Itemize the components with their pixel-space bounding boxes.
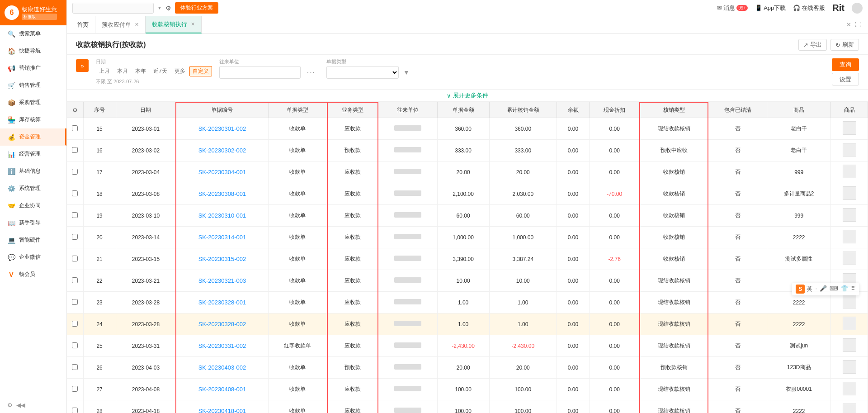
doc-no-link[interactable]: SK-20230328-001 — [198, 299, 246, 306]
refresh-button[interactable]: ↻ 刷新 — [830, 39, 859, 51]
cell-checkbox[interactable] — [67, 140, 83, 161]
cell-checkbox[interactable] — [67, 205, 83, 227]
sidebar-item-search[interactable]: 🔍 搜索菜单 — [0, 25, 66, 43]
cell-checkbox[interactable] — [67, 248, 83, 270]
date-btn-this-month[interactable]: 本月 — [114, 66, 131, 76]
export-button[interactable]: ↗ 导出 — [798, 39, 827, 51]
row-checkbox[interactable] — [72, 234, 78, 240]
cell-checkbox[interactable] — [67, 400, 83, 413]
cell-checkbox[interactable] — [67, 292, 83, 313]
row-checkbox[interactable] — [72, 364, 78, 370]
collapse-icon[interactable]: ◀◀ — [16, 402, 25, 408]
cell-include-cleared: 否 — [708, 292, 767, 313]
tab-expand-icon[interactable]: ⛶ — [855, 21, 861, 28]
cell-doc-no: SK-20230331-002 — [176, 335, 268, 357]
cell-checkbox[interactable] — [67, 183, 83, 205]
row-checkbox[interactable] — [72, 299, 78, 305]
messages-button[interactable]: ✉ 消息 99+ — [717, 4, 748, 12]
tab-collection[interactable]: 收款核销执行 ✕ — [146, 16, 202, 33]
sidebar-item-finance[interactable]: 💰 资金管理 — [0, 128, 66, 146]
counterparty-ellipsis[interactable]: ··· — [303, 68, 319, 76]
sidebar-item-basics[interactable]: ℹ️ 基础信息 — [0, 163, 66, 180]
settings-icon[interactable]: ⚙ — [7, 402, 13, 408]
tab-close-collection[interactable]: ✕ — [191, 21, 195, 27]
date-btn-7days[interactable]: 近7天 — [150, 66, 170, 76]
doc-no-link[interactable]: SK-20230408-001 — [198, 386, 246, 393]
cell-no: 22 — [83, 270, 116, 292]
sidebar-item-enterprise[interactable]: 🤝 企业协同 — [0, 197, 66, 214]
sidebar-item-member[interactable]: V 畅会员 — [0, 266, 66, 283]
row-checkbox[interactable] — [72, 125, 78, 131]
sidebar-item-sales[interactable]: 🛒 销售管理 — [0, 77, 66, 94]
date-btn-more[interactable]: 更多 — [171, 66, 189, 76]
row-checkbox[interactable] — [72, 147, 78, 153]
cell-checkbox[interactable] — [67, 357, 83, 379]
sidebar-item-inventory[interactable]: 🏪 库存核算 — [0, 111, 66, 128]
expand-conditions-button[interactable]: ∨ 展开更多条件 — [447, 91, 488, 100]
breadcrumb-input[interactable] — [72, 3, 154, 14]
row-checkbox[interactable] — [72, 190, 78, 196]
doc-no-link[interactable]: SK-20230331-002 — [198, 342, 246, 349]
row-checkbox[interactable] — [72, 256, 78, 261]
row-checkbox[interactable] — [72, 386, 78, 392]
header-gear-icon[interactable]: ⚙ — [165, 5, 171, 12]
avatar[interactable] — [852, 3, 863, 14]
message-icon: ✉ — [717, 5, 722, 11]
doc-no-link[interactable]: SK-20230418-001 — [198, 408, 246, 413]
doc-no-link[interactable]: SK-20230301-002 — [198, 125, 246, 132]
cell-checkbox[interactable] — [67, 161, 83, 183]
setting-button[interactable]: 设置 — [832, 73, 859, 85]
industry-button[interactable]: 体验行业方案 — [175, 2, 218, 14]
date-btn-last-month[interactable]: 上月 — [96, 66, 113, 76]
row-checkbox[interactable] — [72, 408, 78, 413]
filter-toggle-button[interactable]: » — [76, 59, 89, 72]
row-checkbox[interactable] — [72, 342, 78, 348]
doc-no-link[interactable]: SK-20230328-002 — [198, 321, 246, 328]
row-checkbox[interactable] — [72, 277, 78, 283]
cell-checkbox[interactable] — [67, 313, 83, 335]
cell-checkbox[interactable] — [67, 270, 83, 292]
online-service-button[interactable]: 🎧 在线客服 — [793, 4, 825, 12]
receipt-type-chevron[interactable]: ▼ — [403, 69, 410, 76]
tab-home[interactable]: 首页 — [71, 16, 95, 33]
receipt-type-select[interactable] — [326, 66, 399, 79]
date-btn-custom[interactable]: 自定义 — [189, 66, 212, 76]
row-checkbox[interactable] — [72, 212, 78, 218]
column-setting-icon[interactable]: ⚙ — [72, 107, 78, 114]
doc-no-link[interactable]: SK-20230314-001 — [198, 234, 246, 241]
doc-no-link[interactable]: SK-20230403-002 — [198, 364, 246, 371]
cell-checkbox[interactable] — [67, 227, 83, 248]
sidebar-item-wechat[interactable]: 💬 企业微信 — [0, 249, 66, 266]
query-button[interactable]: 查询 — [832, 58, 859, 71]
doc-no-link[interactable]: SK-20230302-002 — [198, 147, 246, 154]
date-btn-this-year[interactable]: 本年 — [132, 66, 149, 76]
app-download-button[interactable]: 📱 App下载 — [755, 4, 786, 12]
tab-close-all-icon[interactable]: ✕ — [846, 21, 851, 28]
col-setting[interactable]: ⚙ — [67, 102, 83, 118]
sidebar-item-quicknav[interactable]: 🏠 快捷导航 — [0, 43, 66, 60]
cell-goods: 2222 — [767, 313, 831, 335]
user-name[interactable]: Rit — [832, 3, 844, 13]
counterparty-input[interactable] — [219, 66, 301, 79]
sidebar-item-guide[interactable]: 📖 新手引导 — [0, 214, 66, 232]
cell-checkbox[interactable] — [67, 379, 83, 400]
row-checkbox[interactable] — [72, 169, 78, 175]
table-row: 25 2023-03-31 SK-20230331-002 红字收款单 应收款 … — [67, 335, 868, 357]
sidebar-item-system[interactable]: ⚙️ 系统管理 — [0, 180, 66, 197]
cell-checkbox[interactable] — [67, 335, 83, 357]
sidebar-item-hardware[interactable]: 💻 智能硬件 — [0, 232, 66, 249]
table-row: 16 2023-03-02 SK-20230302-002 收款单 预收款 33… — [67, 140, 868, 161]
tab-prepayment[interactable]: 预收应付单 ✕ — [95, 16, 146, 33]
doc-no-link[interactable]: SK-20230304-001 — [198, 169, 246, 176]
tab-close-prepayment[interactable]: ✕ — [135, 22, 139, 28]
doc-no-link[interactable]: SK-20230315-002 — [198, 256, 246, 262]
doc-no-link[interactable]: SK-20230321-003 — [198, 277, 246, 284]
sidebar-item-marketing[interactable]: 📢 营销推广 — [0, 60, 66, 77]
row-checkbox[interactable] — [72, 321, 78, 327]
doc-no-link[interactable]: SK-20230308-001 — [198, 190, 246, 197]
cell-checkbox[interactable] — [67, 118, 83, 140]
cell-balance: 0.00 — [557, 118, 589, 140]
sidebar-item-purchase[interactable]: 📦 采购管理 — [0, 94, 66, 111]
doc-no-link[interactable]: SK-20230310-001 — [198, 212, 246, 219]
sidebar-item-operations[interactable]: 📊 经营管理 — [0, 146, 66, 163]
